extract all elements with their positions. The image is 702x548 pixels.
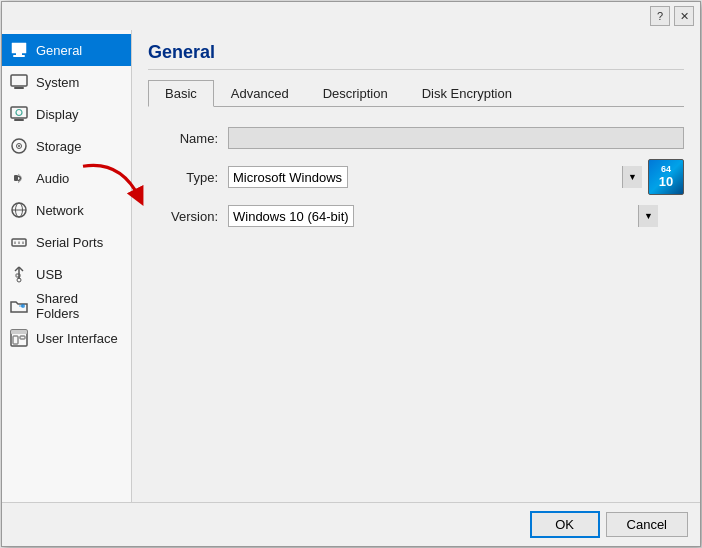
type-label: Type: (148, 170, 218, 185)
svg-rect-29 (20, 336, 25, 339)
sidebar-item-usb[interactable]: USB (2, 258, 131, 290)
svg-rect-4 (14, 87, 24, 89)
name-row: Name: (148, 127, 684, 149)
tab-bar: Basic Advanced Description Disk Encrypti… (148, 80, 684, 107)
version-select[interactable]: Windows 10 (64-bit) Windows 10 (32-bit) … (228, 205, 354, 227)
version-label: Version: (148, 209, 218, 224)
general-icon (10, 41, 28, 59)
sidebar-item-usb-label: USB (36, 267, 63, 282)
type-row: Type: Microsoft Windows Linux macOS Orac… (148, 159, 684, 195)
dialog-footer: OK Cancel (2, 502, 700, 546)
shared-folders-icon (10, 297, 28, 315)
serial-ports-icon (10, 233, 28, 251)
name-label: Name: (148, 131, 218, 146)
sidebar-item-user-interface-label: User Interface (36, 331, 118, 346)
sidebar-item-serial-ports-label: Serial Ports (36, 235, 103, 250)
sidebar-item-shared-folders-label: Shared Folders (36, 291, 123, 321)
svg-rect-11 (14, 175, 18, 181)
svg-rect-5 (11, 107, 27, 118)
sidebar-item-user-interface[interactable]: User Interface (2, 322, 131, 354)
usb-icon (10, 265, 28, 283)
version-select-container: Windows 10 (64-bit) Windows 10 (32-bit) … (228, 205, 658, 227)
os-icon: 64 10 (648, 159, 684, 195)
sidebar-item-system[interactable]: System (2, 66, 131, 98)
dialog-body: General System (2, 30, 700, 502)
sidebar-item-network-label: Network (36, 203, 84, 218)
svg-rect-0 (11, 42, 27, 54)
dialog-window: ? ✕ General (1, 1, 701, 547)
close-button[interactable]: ✕ (674, 6, 694, 26)
tab-description[interactable]: Description (306, 80, 405, 107)
ok-button[interactable]: OK (530, 511, 600, 538)
sidebar-item-display[interactable]: Display (2, 98, 131, 130)
main-content: General Basic Advanced Description Disk … (132, 30, 700, 502)
page-title: General (148, 42, 684, 70)
svg-rect-6 (14, 119, 24, 121)
os-icon-line2: 10 (659, 175, 673, 189)
sidebar-item-storage[interactable]: Storage (2, 130, 131, 162)
sidebar-item-general-label: General (36, 43, 82, 58)
audio-icon (10, 169, 28, 187)
system-icon (10, 73, 28, 91)
svg-rect-3 (11, 75, 27, 86)
sidebar-item-audio[interactable]: Audio (2, 162, 131, 194)
sidebar: General System (2, 30, 132, 502)
title-bar: ? ✕ (2, 2, 700, 30)
sidebar-item-network[interactable]: Network (2, 194, 131, 226)
svg-rect-27 (11, 330, 27, 334)
network-icon (10, 201, 28, 219)
version-row: Version: Windows 10 (64-bit) Windows 10 … (148, 205, 684, 227)
sidebar-item-system-label: System (36, 75, 79, 90)
sidebar-item-shared-folders[interactable]: Shared Folders (2, 290, 131, 322)
sidebar-item-general[interactable]: General (2, 34, 131, 66)
type-select-wrapper: Microsoft Windows Linux macOS Oracle Sol… (228, 159, 684, 195)
svg-point-7 (16, 110, 22, 116)
sidebar-item-display-label: Display (36, 107, 79, 122)
tab-disk-encryption[interactable]: Disk Encryption (405, 80, 529, 107)
type-select-container: Microsoft Windows Linux macOS Oracle Sol… (228, 166, 642, 188)
display-icon (10, 105, 28, 123)
sidebar-item-audio-label: Audio (36, 171, 69, 186)
name-input[interactable] (228, 127, 684, 149)
cancel-button[interactable]: Cancel (606, 512, 688, 537)
storage-icon (10, 137, 28, 155)
sidebar-item-serial-ports[interactable]: Serial Ports (2, 226, 131, 258)
help-button[interactable]: ? (650, 6, 670, 26)
svg-rect-28 (13, 336, 18, 344)
form-area: Name: Type: Microsoft Windows Linux macO… (148, 119, 684, 490)
svg-point-10 (18, 145, 20, 147)
tab-basic[interactable]: Basic (148, 80, 214, 107)
type-select-arrow: ▼ (622, 166, 642, 188)
sidebar-item-storage-label: Storage (36, 139, 82, 154)
type-select[interactable]: Microsoft Windows Linux macOS Oracle Sol… (228, 166, 348, 188)
version-select-arrow: ▼ (638, 205, 658, 227)
tab-advanced[interactable]: Advanced (214, 80, 306, 107)
user-interface-icon (10, 329, 28, 347)
svg-rect-2 (16, 53, 22, 56)
